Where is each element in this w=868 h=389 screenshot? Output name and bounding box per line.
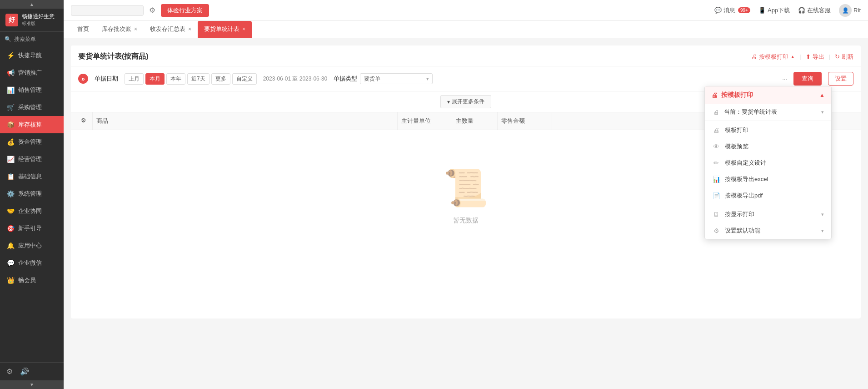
dropdown-divider-1 — [705, 121, 831, 121]
topbar-online-service[interactable]: 🎧 在线客服 — [798, 6, 831, 15]
operations-icon: 📈 — [6, 155, 15, 163]
app-center-icon: 🔔 — [6, 242, 15, 250]
print-template-btn[interactable]: 🖨 按模板打印 ▲ — [751, 53, 795, 61]
dropdown-print-icon: 🖨 — [711, 91, 718, 99]
sales-icon: 📊 — [6, 86, 15, 94]
sidebar-item-purchase[interactable]: 🛒 采购管理 — [0, 99, 64, 116]
sidebar-item-quick-nav[interactable]: ⚡ 快捷导航 — [0, 47, 64, 64]
sidebar-item-finance[interactable]: 💰 资金管理 — [0, 133, 64, 151]
app-logo-icon: 好 — [5, 14, 18, 26]
refresh-icon: ↻ — [835, 53, 840, 60]
topbar-messages[interactable]: 💬 消息 99+ — [714, 6, 750, 15]
date-filter-label: 单据日期 — [95, 75, 118, 83]
set-default-icon: ⚙ — [712, 227, 720, 234]
message-badge: 99+ — [738, 7, 750, 13]
date-btn-more[interactable]: 更多 — [211, 73, 230, 85]
marketing-icon: 📢 — [6, 69, 15, 77]
dropdown-export-excel[interactable]: 📊 按模板导出excel — [705, 171, 831, 187]
wechat-icon: 💬 — [6, 259, 15, 267]
dropdown-template-print[interactable]: 🖨 模板打印 — [705, 122, 831, 138]
tab-batch-accounts[interactable]: 库存批次账 × — [95, 21, 144, 38]
base-info-icon: 📋 — [6, 172, 15, 181]
export-icon: ⬆ — [806, 53, 811, 60]
sidebar-audio-icon[interactable]: 🔊 — [20, 367, 29, 376]
tab-home[interactable]: 首页 — [71, 21, 95, 38]
inventory-icon: 📦 — [6, 121, 15, 129]
topbar-search-input[interactable] — [71, 5, 144, 16]
th-quantity: 主数量 — [452, 112, 498, 130]
sidebar-item-inventory[interactable]: 📦 库存核算 — [0, 116, 64, 133]
export-btn[interactable]: ⬆ 导出 — [806, 53, 824, 61]
tab-batch-accounts-close[interactable]: × — [134, 26, 137, 32]
settings-btn[interactable]: 设置 — [828, 72, 853, 86]
sidebar-item-guide[interactable]: 🎯 新手引导 — [0, 220, 64, 237]
expand-more-filters-btn[interactable]: ▾ 展开更多条件 — [440, 95, 491, 108]
dropdown-display-print[interactable]: 🖥 按显示打印 ▾ — [705, 206, 831, 222]
tab-collection-summary[interactable]: 收发存汇总表 × — [144, 21, 198, 38]
display-print-arrow: ▾ — [821, 212, 824, 217]
dropdown-set-default[interactable]: ⚙ 设置默认功能 ▾ — [705, 222, 831, 239]
sidebar-item-wechat[interactable]: 💬 企业微信 — [0, 254, 64, 272]
order-type-filter: 单据类型 要货单 — [334, 73, 433, 84]
template-design-icon: ✏ — [712, 159, 720, 167]
tabs-bar: 首页 库存批次账 × 收发存汇总表 × 要货单统计表 × — [64, 21, 868, 38]
sidebar-search-btn[interactable]: 🔍 搜索菜单 — [0, 32, 64, 47]
dropdown-export-pdf[interactable]: 📄 按模板导出pdf — [705, 187, 831, 204]
dropdown-template-preview[interactable]: 👁 模板预览 — [705, 138, 831, 155]
sidebar-item-app-center[interactable]: 🔔 应用中心 — [0, 237, 64, 254]
sidebar-scroll-down[interactable]: ▼ — [0, 380, 64, 389]
sidebar-item-base-info[interactable]: 📋 基础信息 — [0, 168, 64, 185]
th-unit: 主计量单位 — [398, 112, 452, 130]
main-area: ⚙ 体验行业方案 💬 消息 99+ 📱 App下载 🎧 在线客服 👤 Rit — [64, 0, 868, 389]
finance-icon: 💰 — [6, 138, 15, 146]
expand-icon: ▾ — [447, 99, 450, 105]
topbar: ⚙ 体验行业方案 💬 消息 99+ 📱 App下载 🎧 在线客服 👤 Rit — [64, 0, 868, 21]
date-btn-this-month[interactable]: 本月 — [145, 73, 165, 85]
user-avatar: 👤 — [839, 4, 852, 17]
tab-order-stats-close[interactable]: × — [242, 26, 245, 32]
th-product: 商品 — [93, 112, 398, 130]
sidebar-item-operations[interactable]: 📈 经营管理 — [0, 151, 64, 168]
dropdown-divider-2 — [705, 205, 831, 205]
th-retail-amount: 零售金额 — [498, 112, 552, 130]
refresh-btn[interactable]: ↻ 刷新 — [835, 53, 853, 61]
sidebar-item-sales[interactable]: 📊 销售管理 — [0, 81, 64, 99]
tab-order-stats[interactable]: 要货单统计表 × — [198, 21, 252, 38]
more-icon-btn[interactable]: ··· — [782, 76, 787, 82]
topbar-app-download[interactable]: 📱 App下载 — [758, 6, 790, 15]
topbar-gear-icon[interactable]: ⚙ — [149, 6, 155, 15]
filter-expand-btn[interactable]: » — [78, 74, 88, 84]
order-type-select[interactable]: 要货单 — [360, 73, 433, 84]
sidebar-item-marketing[interactable]: 📢 营销推广 — [0, 64, 64, 81]
username-label: Rit — [853, 7, 861, 14]
sidebar-item-member[interactable]: 👑 畅会员 — [0, 272, 64, 289]
current-template-icon: 🖨 — [712, 109, 720, 116]
sidebar: ▲ 好 畅捷通好生意 标准版 🔍 搜索菜单 ⚡ 快捷导航 📢 营销推广 📊 销售… — [0, 0, 64, 389]
dropdown-header: 🖨 按模板打印 ▲ — [705, 86, 831, 104]
th-settings[interactable]: ⚙ — [75, 112, 93, 130]
set-default-arrow: ▾ — [821, 228, 824, 234]
message-icon: 💬 — [714, 7, 722, 14]
sidebar-scroll-up[interactable]: ▲ — [0, 0, 64, 9]
tab-collection-summary-close[interactable]: × — [188, 26, 191, 32]
dropdown-template-design[interactable]: ✏ 模板自定义设计 — [705, 155, 831, 171]
trial-btn[interactable]: 体验行业方案 — [161, 4, 209, 17]
query-btn[interactable]: 查询 — [793, 72, 822, 86]
system-icon: ⚙️ — [6, 190, 15, 198]
dropdown-current-template[interactable]: 🖨 当前：要货单统计表 ▾ — [705, 104, 831, 120]
page-header: 要货单统计表(按商品) 🖨 按模板打印 ▲ | ⬆ 导出 | ↻ — [71, 45, 861, 66]
sidebar-item-system[interactable]: ⚙️ 系统管理 — [0, 185, 64, 202]
dropdown-close-icon[interactable]: ▲ — [819, 92, 825, 98]
date-btn-7days[interactable]: 近7天 — [187, 73, 210, 85]
sidebar-logo: 好 畅捷通好生意 标准版 — [0, 9, 64, 32]
topbar-user[interactable]: 👤 Rit — [839, 4, 861, 17]
date-btn-custom[interactable]: 自定义 — [232, 73, 257, 85]
print-icon: 🖨 — [751, 53, 757, 60]
sidebar-item-collab[interactable]: 🤝 企业协同 — [0, 202, 64, 220]
date-btn-last-month[interactable]: 上月 — [125, 73, 144, 85]
sidebar-settings-icon[interactable]: ⚙ — [6, 367, 13, 376]
dropdown-current-arrow: ▾ — [821, 109, 824, 115]
sidebar-bottom: ⚙ 🔊 — [0, 362, 64, 380]
date-btn-this-year[interactable]: 本年 — [166, 73, 185, 85]
collab-icon: 🤝 — [6, 207, 15, 215]
